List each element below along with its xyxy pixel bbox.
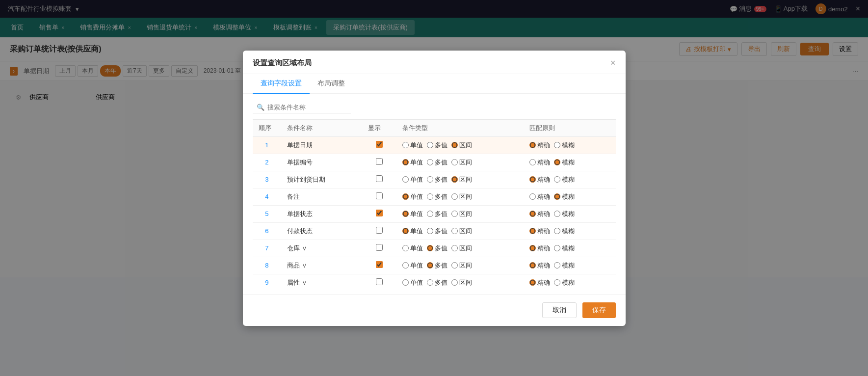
table-row: 6 付款状态 单值 多值 区间 [253,222,616,240]
search-input[interactable] [267,104,346,111]
modal-body: 🔍 顺序 条件名称 显示 条件类型 匹配原则 [243,94,626,278]
table-row: 1 单据日期 单值 多值 区间 [253,136,616,154]
search-icon: 🔍 [257,104,264,111]
condition-search-bar: 🔍 [253,102,351,113]
table-row: 3 预计到货日期 单值 多值 区间 [253,171,616,188]
row-match: 精确 模糊 [524,136,616,154]
col-header-match: 匹配原则 [524,119,616,136]
config-table-scroll: 顺序 条件名称 显示 条件类型 匹配原则 1 单据日期 [253,119,616,278]
col-header-type: 条件类型 [396,119,523,136]
tab-query-fields[interactable]: 查询字段设置 [253,74,310,94]
tab-layout[interactable]: 布局调整 [310,74,353,94]
config-table: 顺序 条件名称 显示 条件类型 匹配原则 1 单据日期 [253,119,616,278]
col-header-name: 条件名称 [281,119,362,136]
modal-header: 设置查询区域布局 × [243,51,626,74]
modal-dialog: 设置查询区域布局 × 查询字段设置 布局调整 🔍 [243,51,626,278]
modal-title: 设置查询区域布局 [253,58,312,68]
col-header-display: 显示 [362,119,396,136]
table-row: 4 备注 单值 多值 区间 [253,188,616,205]
table-row: 9 属性 ∨ 单值 多值 区间 [253,274,616,277]
row-name: 单据日期 [281,136,362,154]
table-row: 2 单据编号 单值 多值 区间 [253,154,616,171]
row-display[interactable] [362,136,396,154]
modal-overlay: 设置查询区域布局 × 查询字段设置 布局调整 🔍 [0,0,868,277]
table-row: 5 单据状态 单值 多值 区间 [253,205,616,222]
table-row: 7 仓库 ∨ 单值 多值 区间 [253,240,616,257]
modal-tabs: 查询字段设置 布局调整 [243,74,626,94]
modal-close-btn[interactable]: × [610,58,616,67]
row-order: 1 [253,136,282,154]
col-header-order: 顺序 [253,119,282,136]
table-row: 8 商品 ∨ 单值 多值 区间 [253,257,616,274]
row-type: 单值 多值 区间 [396,136,523,154]
